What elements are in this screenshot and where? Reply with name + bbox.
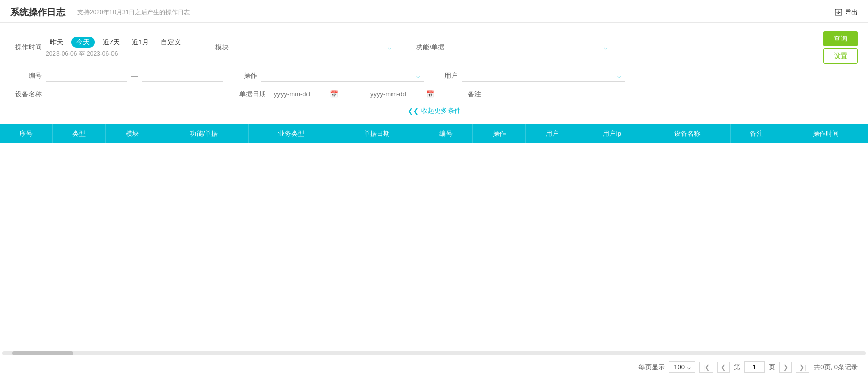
filter-area: 操作时间 昨天 今天 近7天 近1月 自定义 2023-06-06 至 2023… xyxy=(0,23,868,124)
page-prev-button[interactable]: ❮ xyxy=(717,362,730,373)
page-label: 第 xyxy=(734,363,740,372)
collapse-chevron-icon: ❮❮ xyxy=(408,107,419,115)
number-input-to[interactable] xyxy=(142,70,223,82)
per-page-label: 每页显示 xyxy=(638,363,665,372)
module-chevron-icon: ⌵ xyxy=(388,44,391,51)
col-index: 序号 xyxy=(0,124,52,143)
page-first-button[interactable]: |❮ xyxy=(699,362,713,373)
time-btn-yesterday[interactable]: 昨天 xyxy=(46,37,67,48)
scroll-thumb[interactable] xyxy=(12,351,73,355)
time-btn-custom[interactable]: 自定义 xyxy=(157,37,185,48)
number-label: 编号 xyxy=(10,71,46,80)
per-page-chevron-icon: ⌵ xyxy=(687,363,691,371)
number-input-from[interactable] xyxy=(46,70,127,82)
date-dash: — xyxy=(355,91,362,98)
table-header-row: 序号 类型 模块 功能/单据 业务类型 单据日期 编号 操作 用户 用户ip 设… xyxy=(0,124,868,143)
col-remark: 备注 xyxy=(730,124,783,143)
date-to-input[interactable] xyxy=(370,90,426,98)
col-function: 功能/单据 xyxy=(159,124,248,143)
date-group: 单据日期 📅 — 📅 xyxy=(239,88,447,100)
operation-group: 操作 ⌵ xyxy=(244,70,424,82)
col-operation: 操作 xyxy=(472,124,525,143)
col-business-type: 业务类型 xyxy=(249,124,334,143)
date-from-input[interactable] xyxy=(274,90,330,98)
filter-row-1: 操作时间 昨天 今天 近7天 近1月 自定义 2023-06-06 至 2023… xyxy=(10,31,858,64)
export-label: 导出 xyxy=(845,8,858,17)
page-suffix: 页 xyxy=(769,363,775,372)
page-container: 系统操作日志 支持2020年10月31日之后产生的操作日志 导出 操作时间 昨天… xyxy=(0,0,868,378)
col-time: 操作时间 xyxy=(783,124,868,143)
time-btn-1month[interactable]: 近1月 xyxy=(128,37,153,48)
operation-select[interactable]: ⌵ xyxy=(261,70,424,82)
user-select[interactable]: ⌵ xyxy=(462,70,625,82)
user-label: 用户 xyxy=(444,71,458,80)
filter-row-2: 编号 — 操作 ⌵ 用户 ⌵ xyxy=(10,70,858,82)
col-date: 单据日期 xyxy=(334,124,419,143)
module-label: 模块 xyxy=(215,43,229,52)
col-user-ip: 用户ip xyxy=(579,124,645,143)
remark-input[interactable] xyxy=(485,88,679,100)
user-group: 用户 ⌵ xyxy=(444,70,625,82)
page-last-button[interactable]: ❯| xyxy=(796,362,809,373)
operation-chevron-icon: ⌵ xyxy=(416,72,420,79)
function-chevron-icon: ⌵ xyxy=(604,44,607,51)
time-filter: 昨天 今天 近7天 近1月 自定义 2023-06-06 至 2023-06-0… xyxy=(46,37,185,59)
scroll-area[interactable] xyxy=(0,350,868,356)
function-group: 功能/单据 ⌵ xyxy=(416,42,611,53)
col-module: 模块 xyxy=(106,124,159,143)
date-from-wrap: 📅 xyxy=(270,88,351,100)
filter-row-3: 设备名称 单据日期 📅 — 📅 备注 xyxy=(10,88,858,100)
module-group: 模块 ⌵ xyxy=(215,42,396,53)
remark-label: 备注 xyxy=(468,90,481,99)
page-header: 系统操作日志 支持2020年10月31日之后产生的操作日志 导出 xyxy=(0,0,868,23)
page-next-button[interactable]: ❯ xyxy=(779,362,792,373)
per-page-select[interactable]: 100 ⌵ xyxy=(669,361,695,373)
scroll-track xyxy=(2,351,866,355)
time-btn-today[interactable]: 今天 xyxy=(71,37,95,48)
device-input[interactable] xyxy=(46,88,219,100)
page-subtitle: 支持2020年10月31日之后产生的操作日志 xyxy=(77,8,190,17)
export-icon xyxy=(834,8,843,16)
date-to-wrap: 📅 xyxy=(366,88,447,100)
action-buttons: 查询 设置 xyxy=(823,31,858,64)
time-buttons: 昨天 今天 近7天 近1月 自定义 xyxy=(46,37,185,48)
operation-label: 操作 xyxy=(244,71,257,80)
calendar-to-icon[interactable]: 📅 xyxy=(426,90,434,98)
time-range: 2023-06-06 至 2023-06-06 xyxy=(46,50,185,59)
user-chevron-icon: ⌵ xyxy=(617,72,621,79)
per-page-value: 100 xyxy=(674,363,685,371)
date-label: 单据日期 xyxy=(239,90,266,99)
page-number-input[interactable] xyxy=(744,361,765,373)
col-number: 编号 xyxy=(419,124,472,143)
empty-area xyxy=(0,171,868,350)
time-label: 操作时间 xyxy=(10,43,46,52)
module-select[interactable]: ⌵ xyxy=(233,42,396,53)
collapse-row: ❮❮ 收起更多条件 xyxy=(10,106,858,115)
page-total: 共0页, 0条记录 xyxy=(814,363,858,372)
col-type: 类型 xyxy=(52,124,105,143)
table-header: 序号 类型 模块 功能/单据 业务类型 单据日期 编号 操作 用户 用户ip 设… xyxy=(0,124,868,143)
collapse-label: 收起更多条件 xyxy=(421,106,461,115)
function-select[interactable]: ⌵ xyxy=(449,42,611,53)
query-button[interactable]: 查询 xyxy=(823,31,858,46)
data-table: 序号 类型 模块 功能/单据 业务类型 单据日期 编号 操作 用户 用户ip 设… xyxy=(0,124,868,143)
number-dash: — xyxy=(131,72,138,80)
calendar-from-icon[interactable]: 📅 xyxy=(330,90,338,98)
col-user: 用户 xyxy=(526,124,579,143)
time-btn-7days[interactable]: 近7天 xyxy=(99,37,124,48)
export-button[interactable]: 导出 xyxy=(834,8,858,17)
function-label: 功能/单据 xyxy=(416,43,444,52)
table-area: 序号 类型 模块 功能/单据 业务类型 单据日期 编号 操作 用户 用户ip 设… xyxy=(0,124,868,171)
col-device: 设备名称 xyxy=(645,124,730,143)
pagination-area: 每页显示 100 ⌵ |❮ ❮ 第 页 ❯ ❯| 共0页, 0条记录 xyxy=(0,356,868,378)
page-title: 系统操作日志 xyxy=(10,6,65,18)
settings-button[interactable]: 设置 xyxy=(823,48,858,64)
device-label: 设备名称 xyxy=(10,90,46,99)
collapse-button[interactable]: ❮❮ 收起更多条件 xyxy=(408,106,461,115)
remark-group: 备注 xyxy=(468,88,679,100)
